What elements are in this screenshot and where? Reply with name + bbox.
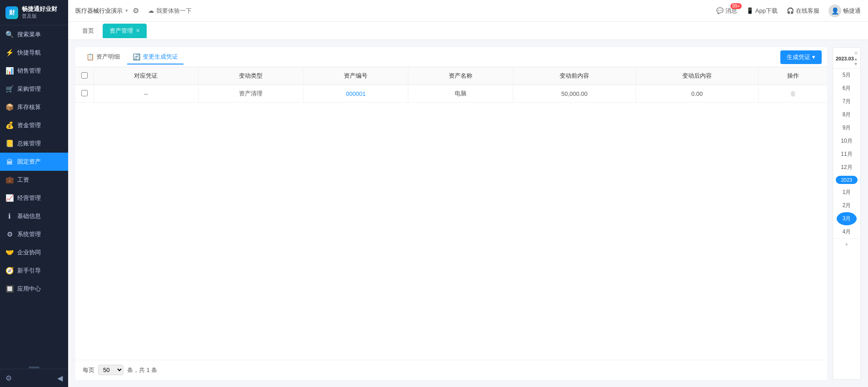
online-service-label: 在线客服 (796, 7, 819, 15)
month-9[interactable]: 9月 (833, 121, 860, 134)
sidebar-item-quicknav[interactable]: ⚡ 快捷导航 (0, 44, 68, 62)
user-info[interactable]: 👤 畅捷通 (828, 5, 861, 17)
row-asset-no: 000001 (303, 85, 408, 103)
dropdown-arrow-icon: ▾ (812, 54, 815, 60)
date-panel-close-button[interactable]: ✕ (854, 50, 858, 56)
app-edition: 普及版 (22, 13, 57, 20)
sidebar-item-sales[interactable]: 📊 销售管理 (0, 62, 68, 80)
sidebar-item-basic[interactable]: ℹ 基础信息 (0, 207, 68, 225)
sidebar-bottom: ⚙ ◀ (0, 369, 68, 387)
collapse-sidebar-icon[interactable]: ◀ (57, 374, 63, 382)
sidebar-item-label: 新手引导 (17, 267, 41, 275)
sidebar-item-guide[interactable]: 🧭 新手引导 (0, 262, 68, 280)
month-6[interactable]: 6月 (833, 82, 860, 95)
messages-button[interactable]: 💬 消息 99+ (716, 7, 737, 15)
month-7[interactable]: 7月 (833, 95, 860, 108)
app-logo-icon: 财 (5, 6, 18, 19)
row-checkbox-cell[interactable] (75, 85, 94, 103)
tab-home-label: 首页 (82, 27, 94, 35)
sidebar-item-label: 系统管理 (17, 230, 41, 238)
sidebar-item-label: 采购管理 (17, 85, 41, 93)
month-8[interactable]: 8月 (833, 108, 860, 121)
sidebar-logo: 财 畅捷通好业财 普及版 (0, 0, 68, 25)
row-voucher: -- (94, 85, 198, 103)
month-12[interactable]: 12月 (833, 161, 860, 174)
month-10[interactable]: 10月 (833, 134, 860, 148)
month-jan[interactable]: 1月 (833, 186, 860, 199)
sidebar-item-salary[interactable]: 💼 工资 (0, 171, 68, 189)
inventory-icon: 📦 (5, 103, 14, 111)
sidebar-item-operations[interactable]: 📈 经营管理 (0, 189, 68, 207)
month-11[interactable]: 11月 (833, 148, 860, 161)
select-all-header[interactable] (75, 67, 94, 85)
col-after: 变动后内容 (636, 67, 759, 85)
topbar: 医疗器械行业演示 ▾ ⚙ ☁ 我要体验一下 💬 消息 99+ 📱 App下载 🎧… (68, 0, 868, 22)
delete-row-icon[interactable]: 🗑 (790, 90, 796, 97)
voucher-table: 对应凭证 变动类型 资产编号 资产名称 (75, 67, 827, 103)
settings-icon[interactable]: ⚙ (5, 374, 12, 382)
sidebar-item-funds[interactable]: 💰 资金管理 (0, 116, 68, 134)
generate-btn-label: 生成凭证 (787, 53, 810, 61)
tab-asset-management[interactable]: 资产管理 ✕ (103, 24, 147, 38)
salary-icon: 💼 (5, 176, 14, 184)
online-service-button[interactable]: 🎧 在线客服 (787, 7, 819, 15)
sidebar-item-label: 应用中心 (17, 285, 41, 293)
topbar-settings-icon[interactable]: ⚙ (133, 6, 139, 15)
sidebar-item-purchase[interactable]: 🛒 采购管理 (0, 80, 68, 98)
main-panel: 📋 资产明细 🔄 变更生成凭证 生成凭证 ▾ (75, 47, 827, 380)
tab-asset-label: 资产管理 (109, 27, 133, 35)
sidebar-item-label: 快捷导航 (17, 49, 41, 57)
sidebar-item-inventory[interactable]: 📦 库存核算 (0, 98, 68, 116)
tab-close-icon[interactable]: ✕ (136, 28, 140, 34)
col-voucher: 对应凭证 (94, 67, 198, 85)
main-area: 医疗器械行业演示 ▾ ⚙ ☁ 我要体验一下 💬 消息 99+ 📱 App下载 🎧… (68, 0, 868, 387)
purchase-icon: 🛒 (5, 85, 14, 93)
date-expand-down-icon[interactable]: ▼ (854, 62, 858, 66)
per-page-select[interactable]: 50 100 200 (98, 365, 124, 375)
tab-home[interactable]: 首页 (75, 24, 101, 38)
user-name: 畅捷通 (843, 7, 861, 15)
row-checkbox[interactable] (81, 90, 88, 96)
sidebar-item-label: 经营管理 (17, 194, 41, 202)
list-icon: 📋 (86, 53, 94, 60)
date-panel: 2023.03 ✕ ▲ ▼ 5月 6月 7月 8月 9月 10月 11月 12月 (833, 47, 861, 380)
select-all-checkbox[interactable] (81, 72, 88, 79)
sidebar-item-ledger[interactable]: 📒 总账管理 (0, 134, 68, 153)
sales-icon: 📊 (5, 67, 14, 75)
app-download-button[interactable]: 📱 App下载 (746, 7, 778, 15)
col-change-type: 变动类型 (198, 67, 303, 85)
mobile-icon: 📱 (746, 7, 754, 14)
cloud-icon: ☁ (148, 7, 154, 14)
sub-tab-asset-detail[interactable]: 📋 资产明细 (81, 50, 125, 64)
date-expand-up-icon[interactable]: ▲ (854, 57, 858, 61)
month-mar[interactable]: 3月 (837, 212, 857, 225)
row-action-cell: 🗑 (759, 85, 828, 103)
sidebar-item-search[interactable]: 🔍 搜索菜单 (0, 25, 68, 44)
col-asset-no: 资产编号 (303, 67, 408, 85)
generate-voucher-button[interactable]: 生成凭证 ▾ (780, 50, 822, 64)
basic-icon: ℹ (5, 212, 14, 220)
sidebar-item-fixed[interactable]: 🏛 固定资产 (0, 153, 68, 171)
sub-tab-change-voucher[interactable]: 🔄 变更生成凭证 (127, 50, 184, 64)
company-selector[interactable]: 医疗器械行业演示 ▾ (75, 7, 128, 15)
fixed-assets-icon: 🏛 (5, 158, 14, 166)
sidebar-item-apps[interactable]: 🔲 应用中心 (0, 280, 68, 298)
chevron-down-icon: ▾ (125, 8, 128, 14)
app-name: 畅捷通好业财 (22, 5, 57, 13)
pagination: 每页 50 100 200 条，共 1 条 (75, 360, 827, 380)
experience-label: 我要体验一下 (156, 7, 192, 15)
sidebar-item-system[interactable]: ⚙ 系统管理 (0, 225, 68, 243)
month-5[interactable]: 5月 (833, 69, 860, 82)
experience-button[interactable]: ☁ 我要体验一下 (148, 7, 192, 15)
month-feb[interactable]: 2月 (833, 199, 860, 212)
content-area: 📋 资产明细 🔄 变更生成凭证 生成凭证 ▾ (68, 40, 868, 387)
date-bottom-chevron-icon[interactable]: ▾ (844, 241, 849, 248)
sidebar-item-label: 搜索菜单 (17, 30, 41, 39)
year-2023-label[interactable]: 2023 (836, 176, 858, 184)
month-apr[interactable]: 4月 (833, 225, 860, 238)
quicknav-icon: ⚡ (5, 49, 14, 57)
sidebar-nav: 🔍 搜索菜单 ⚡ 快捷导航 📊 销售管理 🛒 采购管理 📦 库存核算 💰 资金管… (0, 25, 68, 366)
sidebar-item-enterprise[interactable]: 🤝 企业协同 (0, 243, 68, 262)
row-change-type: 资产清理 (198, 85, 303, 103)
sidebar: 财 畅捷通好业财 普及版 🔍 搜索菜单 ⚡ 快捷导航 📊 销售管理 🛒 采购管理… (0, 0, 68, 387)
